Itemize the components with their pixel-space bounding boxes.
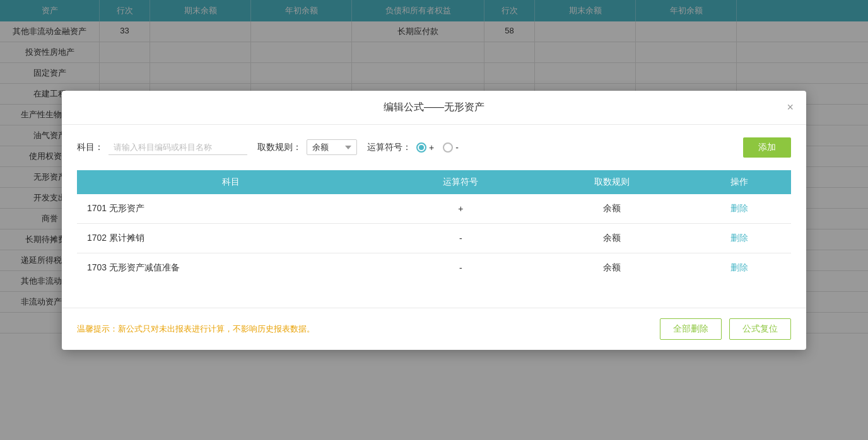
fetch-rule-select[interactable]: 余额 bbox=[307, 139, 357, 155]
th-action: 操作 bbox=[688, 170, 791, 194]
table-row: 1703 无形资产减值准备 - 余额 删除 bbox=[77, 253, 791, 282]
subject-label: 科目： bbox=[77, 142, 103, 153]
operator-label: 运算符号： bbox=[367, 142, 411, 153]
td-action-0: 删除 bbox=[688, 194, 791, 224]
operator-group: 运算符号： + - bbox=[367, 142, 459, 153]
delete-row-button-1[interactable]: 删除 bbox=[730, 233, 748, 244]
formula-table-header-row: 科目 运算符号 取数规则 操作 bbox=[77, 170, 791, 194]
operator-plus-label: + bbox=[429, 142, 434, 153]
operator-minus-label: - bbox=[455, 142, 459, 153]
table-row: 1702 累计摊销 - 余额 删除 bbox=[77, 223, 791, 253]
modal-body: 科目： 取数规则： 余额 运算符号： + bbox=[62, 125, 806, 308]
formula-table-head: 科目 运算符号 取数规则 操作 bbox=[77, 170, 791, 194]
delete-all-button[interactable]: 全部删除 bbox=[660, 318, 722, 340]
td-operator-2: - bbox=[385, 253, 536, 282]
operator-radio-group: + - bbox=[416, 142, 459, 153]
subject-group: 科目： bbox=[77, 140, 247, 155]
td-operator-0: + bbox=[385, 194, 536, 224]
modal-title: 编辑公式——无形资产 bbox=[384, 101, 484, 114]
add-button[interactable]: 添加 bbox=[743, 137, 791, 158]
radio-minus-circle bbox=[443, 142, 453, 153]
operator-plus-radio[interactable]: + bbox=[416, 142, 434, 153]
delete-row-button-0[interactable]: 删除 bbox=[730, 203, 748, 214]
td-fetch-rule-2: 余额 bbox=[536, 253, 688, 282]
formula-table: 科目 运算符号 取数规则 操作 1701 无形资产 + 余额 删除 1702 累… bbox=[77, 170, 791, 282]
td-action-1: 删除 bbox=[688, 223, 791, 253]
th-fetch-rule: 取数规则 bbox=[536, 170, 688, 194]
td-subject-2: 1703 无形资产减值准备 bbox=[77, 253, 385, 282]
fetch-rule-label: 取数规则： bbox=[257, 142, 302, 153]
th-operator: 运算符号 bbox=[385, 170, 536, 194]
td-subject-0: 1701 无形资产 bbox=[77, 194, 385, 224]
close-button[interactable]: × bbox=[787, 101, 794, 113]
formula-table-body: 1701 无形资产 + 余额 删除 1702 累计摊销 - 余额 删除 1703… bbox=[77, 194, 791, 282]
modal-header: 编辑公式——无形资产 × bbox=[62, 91, 806, 125]
delete-row-button-2[interactable]: 删除 bbox=[730, 262, 748, 274]
td-fetch-rule-1: 余额 bbox=[536, 223, 688, 253]
footer-buttons: 全部删除 公式复位 bbox=[660, 318, 791, 340]
subject-input[interactable] bbox=[108, 140, 247, 155]
radio-plus-circle bbox=[416, 142, 426, 153]
td-fetch-rule-0: 余额 bbox=[536, 194, 688, 224]
modal-dialog: 编辑公式——无形资产 × 科目： 取数规则： 余额 运算符号： bbox=[62, 91, 806, 350]
reset-button[interactable]: 公式复位 bbox=[729, 318, 791, 340]
td-operator-1: - bbox=[385, 223, 536, 253]
modal-overlay: 编辑公式——无形资产 × 科目： 取数规则： 余额 运算符号： bbox=[0, 0, 868, 440]
form-row: 科目： 取数规则： 余额 运算符号： + bbox=[77, 137, 791, 158]
td-subject-1: 1702 累计摊销 bbox=[77, 223, 385, 253]
operator-minus-radio[interactable]: - bbox=[443, 142, 459, 153]
table-row: 1701 无形资产 + 余额 删除 bbox=[77, 194, 791, 224]
footer-tip: 温馨提示：新公式只对未出报表进行计算，不影响历史报表数据。 bbox=[77, 323, 315, 335]
th-subject: 科目 bbox=[77, 170, 385, 194]
modal-footer: 温馨提示：新公式只对未出报表进行计算，不影响历史报表数据。 全部删除 公式复位 bbox=[62, 308, 806, 350]
fetch-rule-group: 取数规则： 余额 bbox=[257, 139, 357, 155]
td-action-2: 删除 bbox=[688, 253, 791, 282]
